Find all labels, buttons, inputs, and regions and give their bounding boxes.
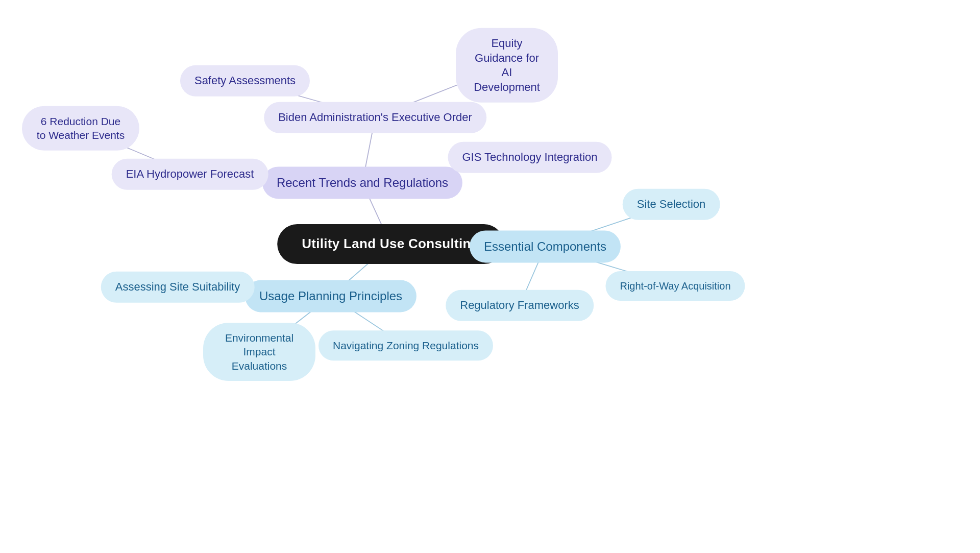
- assessing-site-node[interactable]: Assessing Site Suitability: [101, 272, 255, 303]
- right-of-way-node[interactable]: Right-of-Way Acquisition: [605, 271, 745, 301]
- safety-assessments-node[interactable]: Safety Assessments: [180, 65, 310, 97]
- biden-admin-node[interactable]: Biden Administration's Executive Order: [264, 102, 486, 133]
- six-reduction-node[interactable]: 6 Reduction Due to Weather Events: [22, 106, 139, 151]
- gis-technology-node[interactable]: GIS Technology Integration: [448, 142, 612, 173]
- usage-planning-node[interactable]: Usage Planning Principles: [245, 280, 416, 312]
- recent-trends-node[interactable]: Recent Trends and Regulations: [262, 166, 462, 199]
- essential-components-node[interactable]: Essential Components: [470, 230, 621, 262]
- navigating-zoning-node[interactable]: Navigating Zoning Regulations: [318, 330, 493, 360]
- eia-hydropower-node[interactable]: EIA Hydropower Forecast: [112, 159, 268, 190]
- environmental-impact-node[interactable]: Environmental Impact Evaluations: [203, 323, 315, 381]
- site-selection-node[interactable]: Site Selection: [623, 189, 720, 220]
- regulatory-frameworks-node[interactable]: Regulatory Frameworks: [446, 290, 594, 321]
- equity-guidance-node[interactable]: Equity Guidance for AI Development: [456, 28, 558, 103]
